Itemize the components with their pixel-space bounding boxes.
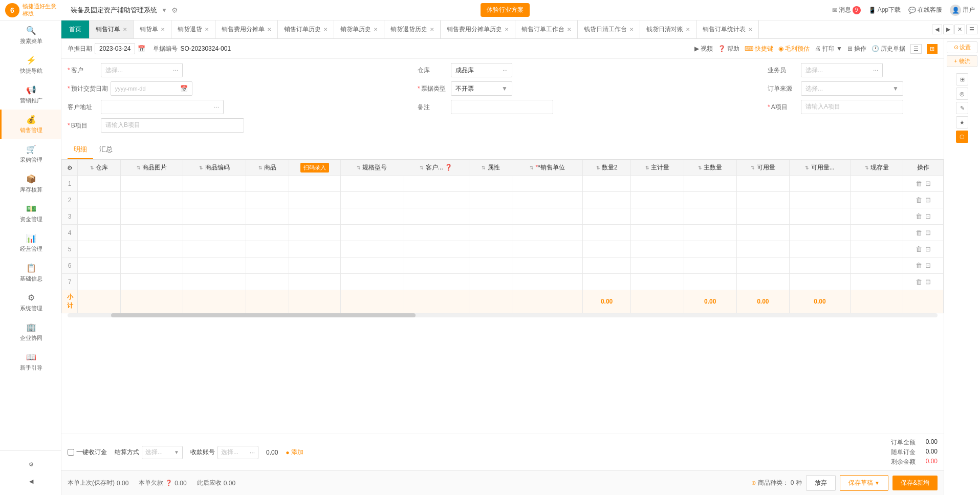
row-image-1[interactable] — [120, 176, 183, 192]
row-copy-1[interactable]: ⊡ — [925, 179, 931, 188]
shortcuts-btn[interactable]: ⌨ 快捷键 — [745, 45, 773, 53]
tab-expense-split[interactable]: 销售费用分摊单 ✕ — [215, 20, 278, 38]
payment-method-select[interactable]: 选择... ▼ — [142, 446, 183, 459]
col-settings[interactable]: ⚙ — [62, 160, 78, 176]
logistics-panel-btn[interactable]: + 物流 — [947, 55, 977, 67]
sidebar-item-search[interactable]: 🔍 搜索菜单 — [0, 20, 61, 50]
row-qty2-1[interactable] — [582, 176, 631, 192]
address-input[interactable]: ··· — [101, 100, 224, 114]
profit-forecast-btn[interactable]: ◉ 毛利预估 — [778, 45, 810, 53]
tab-detail[interactable]: 明细 — [68, 141, 93, 159]
remarks-input[interactable] — [451, 100, 553, 114]
row-delete-4[interactable]: 🗑 — [915, 228, 923, 237]
warehouse-input[interactable]: 成品库 ··· — [451, 63, 512, 77]
receipt-account-select[interactable]: 选择... ··· — [217, 446, 258, 459]
date-value[interactable]: 2023-03-24 — [95, 43, 135, 54]
layout-list-btn[interactable]: ☰ — [910, 44, 922, 54]
col-qty2[interactable]: ⇅ 数量2 — [582, 160, 631, 176]
panel-btn-3[interactable]: ✎ — [956, 102, 968, 114]
receipt-account-dots-btn[interactable]: ··· — [250, 449, 255, 456]
row-copy-3[interactable]: ⊡ — [925, 212, 931, 221]
scan-btn[interactable]: 扫码录入 — [300, 163, 329, 173]
sidebar-collapse[interactable]: ◀ — [0, 473, 61, 490]
tab-close-stats[interactable]: ✕ — [748, 27, 752, 32]
row-spec-1[interactable] — [340, 176, 403, 192]
calendar-icon[interactable]: 📅 — [138, 45, 145, 52]
history-btn[interactable]: 🕐 历史单据 — [872, 45, 905, 53]
tab-close-goods-history[interactable]: ✕ — [374, 27, 378, 32]
table-scrollbar-thumb[interactable] — [111, 313, 416, 317]
tab-reconcile[interactable]: 钱货日清对账 ✕ — [640, 20, 696, 38]
tab-order-history[interactable]: 销售订单历史 ✕ — [278, 20, 334, 38]
col-settings-icon[interactable]: ⚙ — [67, 164, 73, 171]
salesperson-input[interactable]: 选择... ··· — [801, 63, 883, 77]
tab-workbench[interactable]: 销售订单工作台 ✕ — [515, 20, 578, 38]
sidebar-item-finance[interactable]: 💵 资金管理 — [0, 199, 61, 228]
tab-close-expense-history[interactable]: ✕ — [505, 27, 509, 32]
row-delete-2[interactable]: 🗑 — [915, 196, 923, 204]
row-copy-7[interactable]: ⊡ — [925, 277, 931, 286]
sidebar-item-purchase[interactable]: 🛒 采购管理 — [0, 139, 61, 169]
tab-sales-order[interactable]: 销售订单 ✕ — [90, 20, 134, 38]
save-draft-button[interactable]: 保存草稿 ▼ — [840, 475, 888, 491]
col-available2[interactable]: ⇅ 可用量... — [789, 160, 850, 176]
table-scrollbar[interactable] — [68, 313, 938, 317]
row-copy-4[interactable]: ⊡ — [925, 228, 931, 237]
tab-goods-history[interactable]: 销货单历史 ✕ — [334, 20, 384, 38]
solution-button[interactable]: 体验行业方案 — [481, 3, 530, 17]
help-btn[interactable]: ❓ 帮助 — [718, 45, 739, 53]
sidebar-item-system[interactable]: ⚙ 系统管理 — [0, 288, 61, 317]
sidebar-item-guide[interactable]: 📖 新手引导 — [0, 347, 61, 377]
tab-prev-btn[interactable]: ◀ — [932, 25, 942, 34]
col-warehouse[interactable]: ⇅ 仓库 — [78, 160, 121, 176]
operations-btn[interactable]: ⊞ 操作 — [847, 45, 866, 53]
col-spec[interactable]: ⇅ 规格型号 — [340, 160, 403, 176]
sidebar-item-sales[interactable]: 💰 销售管理 — [0, 110, 61, 139]
row-delete-5[interactable]: 🗑 — [915, 245, 923, 253]
save-draft-dropdown-icon[interactable]: ▼ — [875, 480, 880, 486]
delivery-calendar-icon[interactable]: 📅 — [180, 85, 188, 92]
add-button[interactable]: ● 添加 — [286, 448, 303, 457]
tab-close-sales-order[interactable]: ✕ — [123, 27, 127, 32]
col-available[interactable]: ⇅ 可用量 — [736, 160, 789, 176]
tab-close-order-history[interactable]: ✕ — [323, 27, 328, 32]
col-scan[interactable]: 扫码录入 — [289, 160, 340, 176]
sidebar-item-inventory[interactable]: 📦 库存核算 — [0, 169, 61, 199]
col-main-unit[interactable]: ⇅ 主计量 — [631, 160, 684, 176]
tab-close-all-btn[interactable]: ✕ — [954, 25, 965, 34]
col-stock[interactable]: ⇅ 现存量 — [851, 160, 903, 176]
tab-close-expense-split[interactable]: ✕ — [267, 27, 271, 32]
tab-sales-goods[interactable]: 销货单 ✕ — [134, 20, 171, 38]
tab-close-workbench[interactable]: ✕ — [567, 27, 571, 32]
row-customer-code-1[interactable] — [403, 176, 469, 192]
row-copy-2[interactable]: ⊡ — [925, 196, 931, 204]
message-item[interactable]: ✉ 消息 9 — [832, 6, 861, 14]
settings-icon[interactable]: ⚙ — [171, 6, 178, 14]
panel-btn-2[interactable]: ◎ — [956, 88, 968, 100]
tab-return-history[interactable]: 销货退货历史 ✕ — [384, 20, 441, 38]
customer-dots-btn[interactable]: ··· — [173, 67, 178, 74]
row-scan-1[interactable] — [289, 176, 340, 192]
sidebar-item-quick-nav[interactable]: ⚡ 快捷导航 — [0, 50, 61, 80]
row-warehouse-2[interactable] — [78, 192, 121, 208]
row-delete-6[interactable]: 🗑 — [915, 261, 923, 270]
row-copy-6[interactable]: ⊡ — [925, 261, 931, 270]
tab-daily-clear[interactable]: 钱货日清工作台 ✕ — [578, 20, 640, 38]
panel-btn-1[interactable]: ⊞ — [956, 73, 968, 85]
save-new-button[interactable]: 保存&新增 — [892, 476, 938, 490]
online-service-item[interactable]: 💬 在线客服 — [908, 6, 942, 14]
col-code[interactable]: ⇅ 商品编码 — [183, 160, 246, 176]
sidebar-item-marketing[interactable]: 📢 营销推广 — [0, 80, 61, 110]
row-stock-1[interactable] — [851, 176, 903, 192]
row-copy-5[interactable]: ⊡ — [925, 245, 931, 253]
row-delete-3[interactable]: 🗑 — [915, 212, 923, 221]
tab-expense-history[interactable]: 销售费用分摊单历史 ✕ — [441, 20, 515, 38]
settings-panel-btn[interactable]: ⊙ 设置 — [947, 41, 977, 53]
col-attribute[interactable]: ⇅ 属性 — [469, 160, 512, 176]
row-code-1[interactable] — [183, 176, 246, 192]
row-available2-1[interactable] — [789, 176, 850, 192]
tab-next-btn[interactable]: ▶ — [943, 25, 953, 34]
row-delete-7[interactable]: 🗑 — [915, 277, 923, 286]
row-unit-1[interactable] — [512, 176, 582, 192]
salesperson-dots-btn[interactable]: ··· — [873, 67, 878, 74]
